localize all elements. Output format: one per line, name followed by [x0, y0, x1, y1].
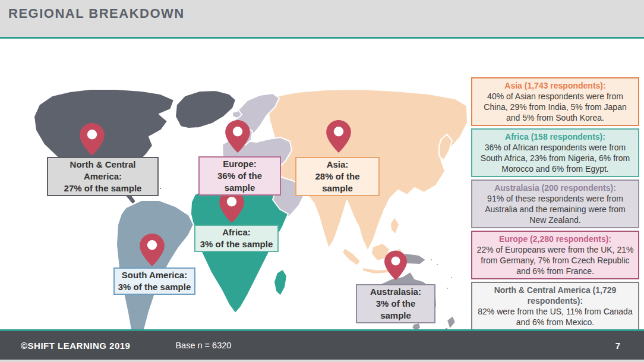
detail-box-north-central-america: North & Central America (1,729 responden… — [471, 282, 639, 330]
map-pin-north-central-america — [79, 122, 105, 156]
detail-box-title: Africa (158 respondents): — [476, 131, 634, 142]
philippines-islands — [390, 217, 399, 234]
detail-box-africa: Africa (158 respondents): 36% of African… — [471, 128, 639, 177]
pacific-island — [450, 276, 453, 279]
map-label-value: 36% of the sample — [202, 170, 277, 194]
slide-header: REGIONAL BREAKDOWN — [0, 0, 644, 37]
map-label-europe: Europe: 36% of the sample — [198, 156, 281, 196]
pin-icon — [139, 233, 165, 267]
map-label-region: Asia: — [299, 159, 376, 171]
pacific-island — [446, 287, 449, 289]
region-detail-sidebar: Asia (1,743 respondents): 40% of Asian r… — [471, 77, 639, 362]
detail-box-body: 82% were from the US, 11% from Canada an… — [476, 306, 634, 328]
pacific-island — [436, 263, 438, 266]
pin-icon — [225, 119, 251, 153]
map-label-region: Australasia: — [359, 286, 432, 298]
map-area: North & Central America: 27% of the samp… — [0, 39, 644, 329]
page-title: REGIONAL BREAKDOWN — [0, 0, 644, 21]
map-pin-europe — [225, 119, 251, 153]
map-label-value: 3% of the sample — [117, 281, 192, 293]
detail-box-body: 36% of African respondents were from Sou… — [476, 142, 634, 174]
map-label-africa: Africa: 3% of the sample — [194, 225, 279, 252]
sumatra-island — [342, 248, 361, 266]
map-label-value: 28% of the sample — [299, 171, 376, 194]
pin-icon — [384, 250, 408, 281]
slide-regional-breakdown: REGIONAL BREAKDOWN — [0, 0, 644, 362]
map-label-australasia: Australasia: 3% of the sample — [356, 284, 435, 323]
detail-box-body: 22% of Europeans were from the UK, 21% f… — [476, 244, 634, 276]
map-label-north-central-america: North & Central America: 27% of the samp… — [47, 157, 159, 196]
map-pin-asia — [326, 119, 352, 153]
map-label-value: 3% of the sample — [359, 298, 432, 322]
page-number: 7 — [615, 341, 620, 351]
base-n-text: Base n = 6320 — [175, 341, 231, 350]
map-label-value: 27% of the sample — [50, 182, 155, 194]
copyright-text: ©SHIFT LEARNING 2019 — [21, 341, 130, 351]
map-pin-australasia — [384, 250, 408, 281]
map-label-region: North & Central America: — [50, 159, 155, 182]
detail-box-title: Australasia (200 respondents): — [476, 182, 634, 193]
madagascar-island — [274, 269, 287, 296]
detail-box-title: Asia (1,743 respondents): — [476, 80, 634, 91]
map-label-asia: Asia: 28% of the sample — [295, 157, 380, 196]
map-label-region: Europe: — [202, 158, 277, 170]
pacific-island — [430, 259, 433, 261]
map-pin-south-america — [139, 233, 165, 267]
detail-box-europe: Europe (2,280 respondents): 22% of Europ… — [471, 231, 639, 279]
pin-icon — [326, 119, 352, 153]
detail-box-australasia: Australasia (200 respondents): 91% of th… — [471, 180, 639, 228]
map-label-region: Africa: — [198, 226, 275, 238]
caribbean-island — [159, 187, 162, 190]
map-label-value: 3% of the sample — [198, 238, 275, 250]
pin-icon — [79, 122, 105, 156]
detail-box-asia: Asia (1,743 respondents): 40% of Asian r… — [471, 77, 639, 126]
detail-box-body: 91% of these respondents were from Austr… — [476, 193, 634, 225]
bottom-strip — [0, 360, 644, 362]
detail-box-title: North & Central America (1,729 responden… — [476, 285, 634, 306]
detail-box-body: 40% of Asian respondents were from China… — [476, 91, 634, 123]
detail-box-title: Europe (2,280 respondents): — [476, 234, 634, 244]
map-label-south-america: South America: 3% of the sample — [113, 267, 195, 295]
map-label-region: South America: — [117, 269, 192, 281]
footer-bar: ©SHIFT LEARNING 2019 Base n = 6320 7 — [0, 331, 644, 360]
